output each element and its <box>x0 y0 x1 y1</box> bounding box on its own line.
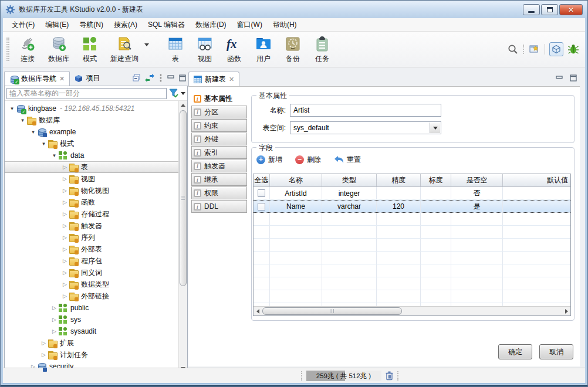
tree-item[interactable]: ▾example <box>5 126 187 138</box>
kstudio-perspective-button[interactable] <box>549 42 563 56</box>
row-checkbox[interactable] <box>258 203 265 211</box>
toolbar-user-button[interactable]: 用户 <box>249 33 278 66</box>
collapse-arrow-icon[interactable]: ▷ <box>61 293 69 299</box>
collapse-arrow-icon[interactable]: ▷ <box>40 352 48 358</box>
expand-arrow-icon[interactable]: ▾ <box>40 141 48 147</box>
tree-item[interactable]: ▷序列 <box>5 232 187 243</box>
col-scale[interactable]: 标度 <box>421 174 451 186</box>
filter-funnel-icon[interactable] <box>168 88 179 99</box>
minimize-button[interactable] <box>523 4 540 15</box>
toolbar-task-button[interactable]: 任务 <box>307 33 337 66</box>
close-button[interactable]: ✕ <box>559 4 583 15</box>
new-query-dropdown-arrow[interactable] <box>144 43 149 49</box>
tree-item[interactable]: ▷同义词 <box>5 267 187 279</box>
expand-arrow-icon[interactable]: ▾ <box>29 129 37 135</box>
tree-item-kingbase[interactable]: ▾ ✓ kingbase - 192.168.45.158:54321 <box>5 103 187 114</box>
maximize-panel-icon[interactable] <box>569 74 577 82</box>
tab-database-navigator[interactable]: ✓ 数据库导航 ✕ <box>4 71 70 86</box>
expand-arrow-icon[interactable]: ▾ <box>19 117 26 123</box>
collapse-arrow-icon[interactable]: ▷ <box>50 305 58 311</box>
collapse-arrow-icon[interactable]: ▷ <box>50 328 58 334</box>
tree-item[interactable]: ▷数据类型 <box>5 279 187 290</box>
toolbar-database-button[interactable]: 数据库 <box>42 33 75 66</box>
scrollbar-thumb[interactable] <box>180 110 187 286</box>
toolbar-schema-button[interactable]: 模式 <box>75 33 104 66</box>
tree-item[interactable]: ▷计划任务 <box>5 349 187 361</box>
tree-item[interactable]: ▷程序包 <box>5 255 187 267</box>
nav-index[interactable]: i索引 <box>191 146 247 159</box>
toolbar-function-button[interactable]: fx 函数 <box>219 33 249 66</box>
expand-arrow-icon[interactable]: ▾ <box>50 152 58 158</box>
search-icon[interactable] <box>507 43 519 55</box>
delete-field-button[interactable]: − 删除 <box>295 155 321 165</box>
col-default[interactable]: 默认值 <box>503 174 570 186</box>
tree-item[interactable]: ▾data <box>5 150 187 161</box>
col-select-all[interactable]: 全选 <box>254 174 270 186</box>
table-filter-input[interactable] <box>6 88 167 99</box>
scrollbar-thumb[interactable] <box>262 307 402 315</box>
scroll-left-icon[interactable] <box>254 307 262 315</box>
col-type[interactable]: 类型 <box>322 174 377 186</box>
tree-item[interactable]: ▷public <box>5 302 187 314</box>
collapse-arrow-icon[interactable]: ▷ <box>61 176 69 182</box>
tab-new-table[interactable]: 新建表 ✕ <box>188 72 239 86</box>
nav-basic-properties[interactable]: i基本属性 <box>191 92 247 105</box>
tree-item[interactable]: ▷存储过程 <box>5 208 187 220</box>
tree-item[interactable]: ▷扩展 <box>5 337 187 349</box>
minimize-panel-icon[interactable] <box>167 74 175 82</box>
garbage-collect-trash-icon[interactable] <box>385 371 394 381</box>
collapse-arrow-icon[interactable]: ▷ <box>61 281 69 287</box>
collapse-arrow-icon[interactable]: ▷ <box>61 223 69 229</box>
tree-scrollbar[interactable] <box>178 101 187 372</box>
nav-inherit[interactable]: i继承 <box>191 173 247 186</box>
tree-item[interactable]: ▷函数 <box>5 196 187 208</box>
view-menu-icon[interactable] <box>158 73 163 83</box>
toolbar-connect-button[interactable]: 连接 <box>13 33 42 66</box>
maximize-panel-icon[interactable] <box>178 74 187 82</box>
menu-edit[interactable]: 编辑(E) <box>40 18 74 32</box>
menu-window[interactable]: 窗口(W) <box>232 18 268 32</box>
table-hscrollbar[interactable] <box>254 306 570 315</box>
tree-item[interactable]: ▾模式 <box>5 138 187 150</box>
tree-item-selected-tables[interactable]: ▷表 <box>5 161 187 173</box>
table-row-selected[interactable]: Name varchar 120 是 <box>254 200 570 213</box>
collapse-arrow-icon[interactable]: ▷ <box>40 340 48 346</box>
nav-foreign-key[interactable]: i外键 <box>191 133 247 145</box>
heap-status-widget[interactable]: 259兆 ( 共 512兆 ) <box>306 371 381 381</box>
collapse-arrow-icon[interactable]: ▷ <box>50 317 58 322</box>
collapse-arrow-icon[interactable]: ▷ <box>61 258 69 264</box>
scroll-up-icon[interactable] <box>179 101 187 109</box>
reset-fields-button[interactable]: 重置 <box>334 155 361 165</box>
nav-constraint[interactable]: i约束 <box>191 119 247 132</box>
menu-search[interactable]: 搜索(A) <box>109 18 143 32</box>
toolbar-table-button[interactable]: 表 <box>161 33 190 66</box>
table-name-input[interactable] <box>290 104 441 117</box>
menu-sql-editor[interactable]: SQL 编辑器 <box>143 18 190 32</box>
collapse-arrow-icon[interactable]: ▷ <box>61 246 69 252</box>
nav-privilege[interactable]: i权限 <box>191 186 247 199</box>
ok-button[interactable]: 确定 <box>498 344 532 359</box>
collapse-arrow-icon[interactable]: ▷ <box>61 164 69 170</box>
expand-arrow-icon[interactable]: ▾ <box>8 106 16 111</box>
add-field-button[interactable]: + 新增 <box>256 155 282 165</box>
row-checkbox[interactable] <box>258 189 265 197</box>
nav-trigger[interactable]: i触发器 <box>191 159 247 172</box>
tree-item[interactable]: ▷外部链接 <box>5 290 187 302</box>
tree-item[interactable]: ▾数据库 <box>5 114 187 126</box>
link-with-editor-icon[interactable] <box>145 73 155 83</box>
col-precision[interactable]: 精度 <box>377 174 421 186</box>
tree-item[interactable]: ▷物化视图 <box>5 185 187 196</box>
tree-item[interactable]: ▷sysaudit <box>5 325 187 337</box>
col-name[interactable]: 名称 <box>270 174 322 186</box>
tree-item[interactable]: ▷外部表 <box>5 243 187 255</box>
menu-file[interactable]: 文件(F) <box>6 18 40 32</box>
dropdown-button[interactable] <box>430 123 440 133</box>
tab-projects[interactable]: 项目 <box>70 71 104 86</box>
tree-item[interactable]: ▷触发器 <box>5 220 187 232</box>
perspective-grip[interactable] <box>523 45 525 54</box>
open-perspective-icon[interactable] <box>529 43 540 55</box>
collapse-all-icon[interactable] <box>132 73 141 83</box>
toolbar-grip[interactable] <box>6 38 9 61</box>
collapse-arrow-icon[interactable]: ▷ <box>61 188 69 193</box>
menu-database[interactable]: 数据库(D) <box>190 18 232 32</box>
